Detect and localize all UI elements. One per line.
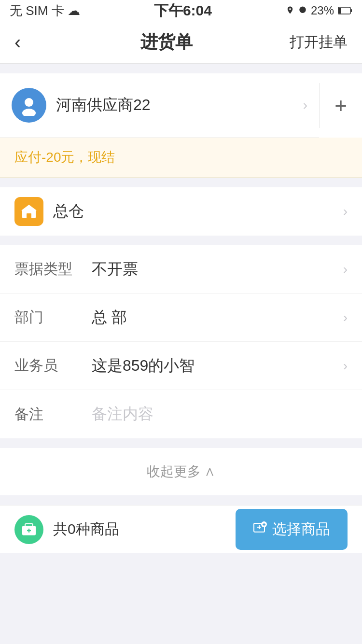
select-product-icon [253, 520, 267, 538]
alarm-icon [298, 4, 307, 17]
department-value: 总 部 [92, 307, 338, 328]
salesperson-label: 业务员 [14, 356, 92, 376]
svg-point-3 [25, 98, 33, 107]
remark-label: 备注 [14, 405, 92, 424]
supplier-add-button[interactable]: + [320, 73, 362, 138]
department-chevron-icon: › [343, 310, 348, 325]
content: 河南供应商22 › + 应付-20元，现结 总仓 › 票据类型 不开票 › [0, 64, 362, 644]
remark-row[interactable]: 备注 备注内容 [0, 390, 362, 438]
status-bar-time: 下午6:04 [154, 1, 212, 21]
collapse-button[interactable]: 收起更多 ∧ [0, 448, 362, 495]
location-icon [286, 4, 294, 17]
salesperson-chevron-icon: › [343, 358, 348, 374]
battery-text: 23% [311, 4, 334, 17]
status-bar: 无 SIM 卡 ☁ 下午6:04 23% [0, 0, 362, 21]
department-label: 部门 [14, 308, 92, 327]
svg-point-4 [22, 109, 36, 116]
bottom-bar: 共0种商品 选择商品 [0, 505, 362, 553]
supplier-name: 河南供应商22 [56, 95, 298, 116]
warehouse-icon [14, 197, 43, 226]
department-row[interactable]: 部门 总 部 › [0, 294, 362, 342]
battery-icon [338, 4, 352, 17]
sim-label: 无 SIM 卡 ☁ [10, 2, 80, 19]
svg-rect-7 [27, 213, 31, 218]
select-product-button[interactable]: 选择商品 [236, 509, 348, 550]
notice-banner: 应付-20元，现结 [0, 138, 362, 178]
status-bar-right: 23% [286, 4, 352, 17]
back-button[interactable]: ‹ [14, 31, 43, 53]
product-count-icon [14, 515, 43, 544]
spacer-top [0, 64, 362, 73]
form-section: 票据类型 不开票 › 部门 总 部 › 业务员 这是859的小智 › 备注 备注… [0, 245, 362, 438]
warehouse-row[interactable]: 总仓 › [0, 187, 362, 236]
warehouse-section: 总仓 › [0, 187, 362, 236]
collapse-label: 收起更多 ∧ [147, 462, 216, 481]
remark-input[interactable]: 备注内容 [92, 404, 348, 425]
nav-bar: ‹ 进货单 打开挂单 [0, 21, 362, 64]
svg-rect-1 [351, 9, 352, 12]
open-pending-button[interactable]: 打开挂单 [290, 32, 348, 52]
svg-marker-6 [21, 205, 37, 210]
svg-rect-2 [338, 8, 341, 14]
invoice-type-chevron-icon: › [343, 262, 348, 277]
salesperson-value: 这是859的小智 [92, 355, 338, 377]
warehouse-chevron-icon: › [343, 204, 348, 219]
supplier-section: 河南供应商22 › + [0, 73, 362, 138]
product-count-text: 共0种商品 [53, 519, 236, 539]
supplier-avatar [12, 88, 46, 123]
gray-fill [0, 553, 362, 644]
invoice-type-value: 不开票 [92, 259, 338, 280]
supplier-selector[interactable]: 河南供应商22 › [0, 73, 319, 138]
salesperson-row[interactable]: 业务员 这是859的小智 › [0, 342, 362, 390]
invoice-type-row[interactable]: 票据类型 不开票 › [0, 245, 362, 294]
warehouse-name: 总仓 [53, 201, 338, 222]
page-title: 进货单 [140, 30, 193, 54]
supplier-chevron-icon: › [303, 98, 307, 113]
status-bar-left: 无 SIM 卡 ☁ [10, 2, 80, 19]
select-product-label: 选择商品 [272, 519, 330, 539]
invoice-type-label: 票据类型 [14, 259, 92, 279]
